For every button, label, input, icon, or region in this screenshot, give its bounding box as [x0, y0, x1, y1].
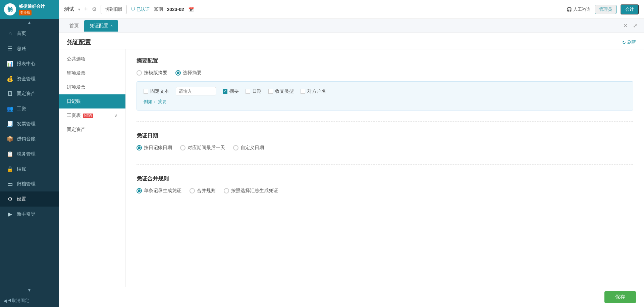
checkbox-summary[interactable]: ✓ 摘要: [223, 88, 239, 94]
checkbox-income-type[interactable]: 收支类型: [268, 88, 294, 94]
sidebar-item-assets[interactable]: 🗄 固定资产: [0, 86, 59, 101]
sidebar: 畅 畅捷通好会计 专业版 ▲ ⌂ 首页 ☰ 总账 📊 报表中心 💰 资金管理: [0, 0, 59, 307]
radio-select-summary[interactable]: 选择摘要: [175, 70, 202, 76]
tab-home[interactable]: 首页: [64, 20, 84, 32]
radio-period-last[interactable]: 对应期间最后一天: [180, 145, 225, 151]
sidebar-item-label: 税务管理: [17, 151, 36, 157]
left-nav-sales-invoice[interactable]: 销项发票: [59, 66, 125, 80]
voucher-date-radio-group: 按日记账日期 对应期间最后一天 自定义日期: [137, 145, 633, 151]
page-wrap: 凭证配置 ↻ 刷新 公共选项 销项发票: [59, 33, 644, 307]
close-window-icon[interactable]: ✕: [622, 21, 629, 30]
merge-rules-title: 凭证合并规则: [137, 175, 633, 182]
radio-single-record[interactable]: 单条记录生成凭证: [137, 188, 181, 194]
left-nav-fixed-assets[interactable]: 固定资产: [59, 123, 125, 137]
sidebar-item-checkout[interactable]: 🔒 结账: [0, 162, 59, 177]
sidebar-item-label: 工资: [17, 106, 26, 112]
sidebar-scroll-up[interactable]: ▲: [0, 19, 59, 26]
sidebar-item-label: 资金管理: [17, 76, 36, 82]
report-icon: 📊: [7, 60, 13, 67]
radio-single-record-circle: [137, 188, 142, 193]
checkout-icon: 🔒: [7, 166, 13, 172]
sidebar-item-settings[interactable]: ⚙ 设置: [0, 191, 59, 207]
radio-merge-rules[interactable]: 合并规则: [190, 188, 216, 194]
main-area: 测试 ▾ + ⚙ 切到旧版 🛡 已认证 账期 2023-02 📅 🎧 人工咨询 …: [59, 0, 644, 307]
expand-window-icon[interactable]: ⤢: [632, 21, 639, 30]
left-nav-payroll[interactable]: 工资表 NEW ∨: [59, 108, 125, 123]
fixed-text-input[interactable]: [176, 87, 216, 95]
accountant-button[interactable]: 会计: [621, 4, 639, 14]
period-value: 2023-02: [167, 7, 184, 12]
tab-voucher-config[interactable]: 凭证配置 ×: [84, 20, 118, 32]
add-project-button[interactable]: +: [84, 6, 88, 13]
logo-text: 畅捷通好会计 专业版: [19, 3, 45, 15]
sidebar-item-label: 设置: [17, 196, 26, 202]
sidebar-item-capital[interactable]: 💰 资金管理: [0, 71, 59, 86]
sidebar-item-archive[interactable]: 🗃 归档管理: [0, 177, 59, 191]
refresh-button[interactable]: ↻ 刷新: [622, 39, 636, 45]
cancel-fixed-button[interactable]: ◀ ◀取消固定: [0, 294, 59, 307]
invoice-icon: 🧾: [7, 121, 13, 127]
checkbox-income-type-box: [268, 89, 273, 94]
sidebar-item-label: 归档管理: [17, 181, 36, 187]
sidebar-item-sales[interactable]: 📦 进销台账: [0, 131, 59, 146]
sidebar-item-invoice[interactable]: 🧾 发票管理: [0, 116, 59, 131]
sidebar-item-label: 发票管理: [17, 121, 36, 127]
sidebar-logo: 畅 畅捷通好会计 专业版: [0, 0, 59, 19]
project-name: 测试: [64, 6, 74, 12]
sidebar-scroll-down[interactable]: ▼: [0, 287, 59, 294]
page-header: 凭证配置 ↻ 刷新: [59, 33, 644, 49]
assets-icon: 🗄: [7, 91, 13, 97]
archive-icon: 🗃: [7, 181, 13, 187]
tab-close-icon[interactable]: ×: [110, 24, 113, 28]
left-nav-purchase-invoice[interactable]: 进项发票: [59, 80, 125, 94]
sidebar-item-wages[interactable]: 👥 工资: [0, 101, 59, 116]
config-left-nav: 公共选项 销项发票 进项发票 日记账 工资表: [59, 49, 126, 287]
cancel-fixed-label: ◀取消固定: [7, 298, 29, 304]
save-button[interactable]: 保存: [604, 291, 636, 303]
sidebar-item-home[interactable]: ⌂ 首页: [0, 26, 59, 41]
ledger-icon: ☰: [7, 45, 13, 52]
checkbox-counterpart[interactable]: 对方户名: [301, 88, 326, 94]
new-badge: NEW: [83, 114, 93, 118]
sidebar-item-label: 报表中心: [17, 61, 36, 67]
tab-controls: ✕ ⤢: [622, 21, 639, 30]
sidebar-item-label: 新手引导: [17, 211, 36, 217]
headset-icon: 🎧: [567, 7, 572, 12]
radio-template-summary[interactable]: 按模版摘要: [137, 70, 167, 76]
home-icon: ⌂: [7, 31, 13, 37]
consult-button[interactable]: 🎧 人工咨询: [567, 6, 591, 12]
checkbox-fixed-text-box: [144, 89, 148, 94]
checkbox-counterpart-box: [301, 89, 305, 94]
user-button[interactable]: 管理员: [595, 5, 616, 14]
sidebar-item-ledger[interactable]: ☰ 总账: [0, 41, 59, 56]
tab-bar: 首页 凭证配置 × ✕ ⤢: [59, 19, 644, 33]
settings-gear-icon[interactable]: ⚙: [92, 6, 97, 12]
calendar-icon[interactable]: 📅: [188, 7, 194, 12]
radio-custom-date[interactable]: 自定义日期: [233, 145, 264, 151]
checkbox-date[interactable]: 日期: [246, 88, 262, 94]
summary-config-section: 摘要配置 按模版摘要 选择摘要: [137, 57, 633, 122]
sidebar-item-label: 进销台账: [17, 136, 36, 142]
checkbox-fixed-text[interactable]: 固定文本: [144, 88, 169, 94]
certified-label: 已认证: [137, 6, 150, 12]
logo-icon: 畅: [4, 3, 16, 15]
left-nav-public[interactable]: 公共选项: [59, 52, 125, 66]
summary-options-box: 固定文本 ✓ 摘要 日期: [137, 81, 633, 111]
sidebar-item-guide[interactable]: ▶ 新手引导: [0, 207, 59, 222]
radio-journal-date[interactable]: 按日记账日期: [137, 145, 172, 151]
switch-old-button[interactable]: 切到旧版: [101, 5, 127, 14]
top-bar: 测试 ▾ + ⚙ 切到旧版 🛡 已认证 账期 2023-02 📅 🎧 人工咨询 …: [59, 0, 644, 19]
page-footer: 保存: [59, 287, 644, 307]
radio-select-merge[interactable]: 按照选择汇总生成凭证: [224, 188, 278, 194]
left-nav-journal[interactable]: 日记账: [59, 94, 125, 108]
refresh-icon: ↻: [622, 40, 626, 45]
cancel-fixed-icon: ◀: [3, 298, 7, 303]
sidebar-item-tax[interactable]: 📋 税务管理: [0, 146, 59, 162]
sidebar-item-label: 总账: [17, 46, 26, 52]
voucher-date-title: 凭证日期: [137, 132, 633, 139]
checkbox-summary-box: ✓: [223, 89, 227, 94]
sidebar-item-label: 首页: [17, 31, 26, 37]
sidebar-item-report[interactable]: 📊 报表中心: [0, 56, 59, 71]
project-chevron-icon[interactable]: ▾: [78, 7, 80, 12]
certified-badge: 🛡 已认证: [131, 6, 150, 12]
